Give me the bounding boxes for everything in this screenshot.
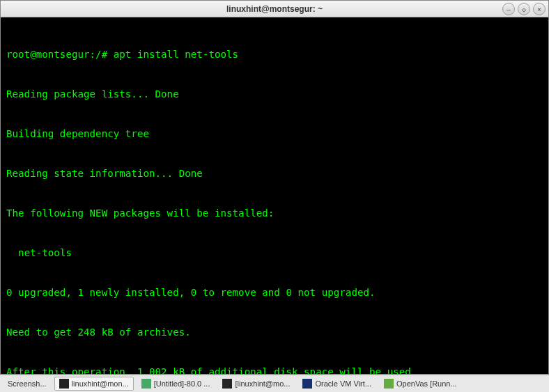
maximize-button[interactable]: ◇: [518, 3, 530, 15]
taskbar-label: OpenVas [Runn...: [396, 379, 457, 388]
terminal-line: The following NEW packages will be insta…: [6, 207, 543, 220]
taskbar-label: Screensh...: [8, 379, 47, 388]
terminal-line: Reading package lists... Done: [6, 88, 543, 101]
close-button[interactable]: ×: [533, 3, 546, 15]
terminal-line: root@montsegur:/# apt install net-tools: [6, 48, 543, 61]
terminal-line: net-tools: [6, 246, 543, 260]
minimize-button[interactable]: –: [502, 3, 515, 15]
terminal-line: Building dependency tree: [6, 127, 543, 141]
taskbar-label: [linuxhint@mo...: [235, 379, 290, 388]
taskbar-item-terminal[interactable]: linuxhint@mon...: [54, 377, 134, 391]
terminal-line: Reading state information... Done: [6, 167, 543, 180]
taskbar: Screensh... linuxhint@mon... [Untitled]-…: [0, 375, 549, 392]
taskbar-label: linuxhint@mon...: [72, 379, 129, 388]
titlebar[interactable]: linuxhint@montsegur: ~ – ◇ ×: [1, 1, 548, 17]
terminal-line: 0 upgraded, 1 newly installed, 0 to remo…: [6, 286, 543, 299]
taskbar-item-terminal2[interactable]: [linuxhint@mo...: [217, 377, 295, 391]
terminal-icon: [59, 379, 69, 389]
terminal-line: Need to get 248 kB of archives.: [6, 326, 543, 339]
taskbar-item-virtualbox[interactable]: Oracle VM Virt...: [297, 377, 376, 391]
virtualbox-icon: [302, 379, 312, 389]
window-title: linuxhint@montsegur: ~: [226, 4, 323, 14]
terminal-area[interactable]: root@montsegur:/# apt install net-tools …: [1, 17, 548, 374]
taskbar-item-editor[interactable]: [Untitled]-80.0 ...: [137, 377, 215, 391]
taskbar-item-screenshots[interactable]: Screensh...: [3, 377, 52, 390]
taskbar-label: Oracle VM Virt...: [315, 379, 371, 388]
editor-icon: [141, 379, 151, 389]
terminal-line: After this operation, 1,002 kB of additi…: [6, 366, 543, 374]
openvas-icon: [384, 379, 394, 389]
terminal-icon: [222, 379, 232, 389]
terminal-window: linuxhint@montsegur: ~ – ◇ × root@montse…: [0, 0, 549, 375]
taskbar-item-openvas[interactable]: OpenVas [Runn...: [379, 377, 462, 391]
taskbar-label: [Untitled]-80.0 ...: [154, 379, 210, 388]
window-controls: – ◇ ×: [502, 3, 546, 15]
